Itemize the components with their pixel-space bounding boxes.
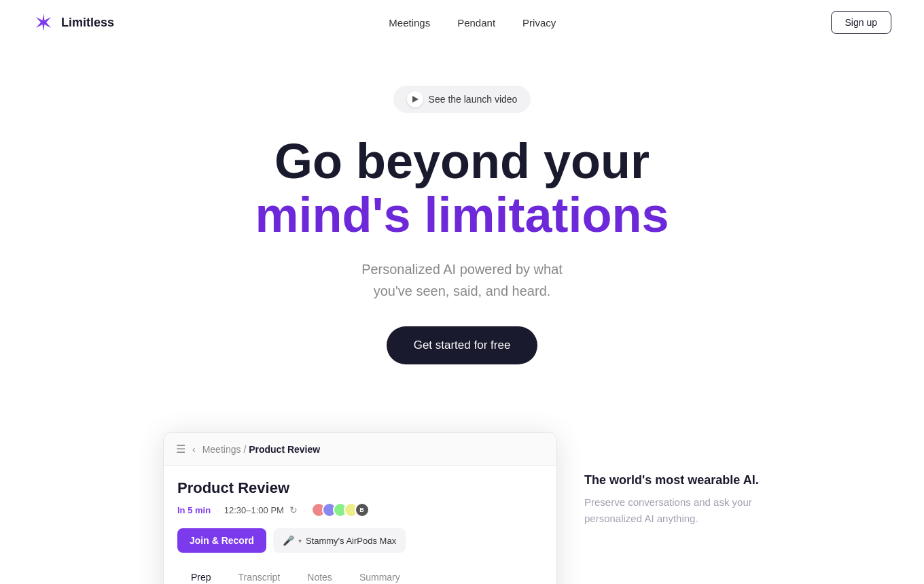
tab-transcript[interactable]: Transcript (225, 564, 294, 584)
launch-video-button[interactable]: See the launch video (393, 86, 531, 113)
tab-summary[interactable]: Summary (346, 564, 414, 584)
breadcrumb-parent: Meetings (202, 444, 241, 455)
side-heading: The world's most wearable AI. (584, 473, 761, 487)
hero-title-line1: Go beyond your (274, 134, 650, 188)
nav-meetings[interactable]: Meetings (389, 17, 430, 29)
meeting-actions: Join & Record 🎤 ▾ Stammy's AirPods Max (177, 528, 543, 564)
meta-dot-1: · (216, 505, 219, 515)
cta-button[interactable]: Get started for free (387, 326, 538, 364)
meta-time-range: 12:30–1:00 PM (224, 505, 284, 515)
breadcrumb-current: Product Review (249, 444, 320, 455)
tab-notes[interactable]: Notes (294, 564, 346, 584)
meeting-title: Product Review (177, 479, 543, 497)
nav-privacy[interactable]: Privacy (522, 17, 556, 29)
hero-section: See the launch video Go beyond your mind… (0, 45, 924, 392)
play-triangle (412, 96, 419, 103)
hero-subtitle-line2: you've seen, said, and heard. (374, 284, 551, 298)
avatar-b: B (355, 502, 370, 517)
app-tabs: Prep Transcript Notes Summary (177, 564, 543, 584)
app-window: ☰ ‹ Meetings / Product Review Product Re… (163, 432, 557, 584)
app-body: Product Review In 5 min · 12:30–1:00 PM … (164, 466, 556, 584)
app-preview-section: ☰ ‹ Meetings / Product Review Product Re… (0, 392, 924, 584)
nav-pendant[interactable]: Pendant (457, 17, 495, 29)
meeting-meta: In 5 min · 12:30–1:00 PM ↻ · B (177, 502, 543, 517)
play-icon (407, 91, 423, 107)
hero-title: Go beyond your mind's limitations (255, 135, 669, 242)
app-titlebar: ☰ ‹ Meetings / Product Review (164, 433, 556, 466)
logo-icon (33, 12, 54, 33)
meta-time-soon: In 5 min (177, 505, 211, 515)
avatar-group: B (311, 502, 370, 517)
join-record-button[interactable]: Join & Record (177, 528, 266, 553)
side-text: The world's most wearable AI. Preserve c… (584, 432, 761, 527)
hero-subtitle-line1: Personalized AI powered by what (361, 262, 563, 277)
signup-button[interactable]: Sign up (831, 11, 891, 34)
navbar: Limitless Meetings Pendant Privacy Sign … (0, 0, 924, 45)
sync-icon: ↻ (289, 504, 298, 515)
breadcrumb: Meetings / Product Review (202, 444, 321, 455)
launch-video-label: See the launch video (429, 94, 518, 105)
side-description: Preserve conversations and ask your pers… (584, 494, 761, 527)
breadcrumb-separator: / (243, 444, 249, 455)
tab-prep[interactable]: Prep (177, 564, 225, 584)
meta-dot-2: · (303, 505, 306, 515)
hero-title-line2: mind's limitations (255, 188, 669, 242)
microphone-icon: 🎤 (283, 535, 294, 546)
chevron-down-icon: ▾ (298, 537, 302, 545)
hero-subtitle: Personalized AI powered by what you've s… (361, 258, 563, 302)
microphone-label: Stammy's AirPods Max (306, 536, 396, 546)
menu-icon: ☰ (176, 443, 185, 456)
logo-text: Limitless (61, 16, 114, 30)
logo-link[interactable]: Limitless (33, 12, 114, 33)
microphone-button[interactable]: 🎤 ▾ Stammy's AirPods Max (273, 528, 406, 553)
nav-links: Meetings Pendant Privacy (389, 17, 556, 29)
back-icon[interactable]: ‹ (192, 444, 196, 455)
